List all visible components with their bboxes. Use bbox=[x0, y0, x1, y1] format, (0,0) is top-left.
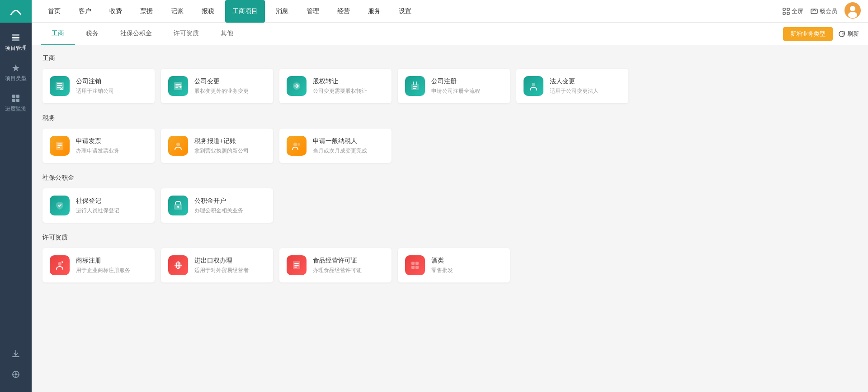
sidebar-item-progress[interactable]: 进度监测 bbox=[0, 88, 32, 118]
nav-manage[interactable]: 管理 bbox=[299, 0, 326, 23]
svg-point-26 bbox=[297, 143, 300, 146]
nav-bookkeeping[interactable]: 记账 bbox=[164, 0, 191, 23]
svg-rect-21 bbox=[411, 84, 419, 90]
nav-operation[interactable]: 经营 bbox=[330, 0, 357, 23]
sidebar-location[interactable] bbox=[0, 364, 32, 385]
nav-service[interactable]: 服务 bbox=[361, 0, 388, 23]
card-desc-1-2: 当月或次月成变更完成 bbox=[313, 147, 367, 155]
refresh-label: 刷新 bbox=[847, 30, 859, 38]
card-text-0-4: 法人变更 适用于公司变更法人 bbox=[550, 77, 599, 95]
card-text-0-2: 股权转让 公司变更需要股权转让 bbox=[313, 77, 367, 95]
svg-rect-12 bbox=[12, 95, 15, 98]
card-desc-2-1: 办理公积金相关业务 bbox=[194, 207, 243, 215]
card-title-2-0: 社保登记 bbox=[76, 197, 119, 205]
card-text-0-1: 公司变更 股权变更外的业务变更 bbox=[194, 77, 249, 95]
content-area: 工商 税务 社保公积金 许可资质 其他 新增业务类型 刷新 工商 bbox=[32, 23, 868, 392]
svg-rect-35 bbox=[411, 266, 415, 269]
card-alcohol[interactable]: 酒类 零售批发 bbox=[398, 248, 510, 282]
card-title-1-0: 申请发票 bbox=[76, 137, 119, 145]
nav-message[interactable]: 消息 bbox=[269, 0, 296, 23]
card-equity-transfer[interactable]: 股权转让 公司变更需要股权转让 bbox=[279, 69, 392, 103]
svg-rect-15 bbox=[16, 99, 19, 102]
new-type-button[interactable]: 新增业务类型 bbox=[783, 27, 833, 41]
card-icon-0-3 bbox=[405, 76, 425, 96]
card-tax-bookkeeping[interactable]: 税务报道+记账 拿到营业执照的新公司 bbox=[161, 129, 273, 163]
section-title-1: 税务 bbox=[42, 114, 857, 122]
card-housing-fund[interactable]: 公积金开户 办理公积金相关业务 bbox=[161, 188, 273, 223]
card-title-2-1: 公积金开户 bbox=[194, 197, 243, 205]
avatar[interactable] bbox=[844, 2, 861, 20]
card-title-3-1: 进出口权办理 bbox=[194, 257, 249, 265]
card-text-0-0: 公司注销 适用于注销公司 bbox=[76, 77, 114, 95]
card-company-cancel[interactable]: 公司注销 适用于注销公司 bbox=[42, 69, 155, 103]
card-icon-0-0 bbox=[50, 76, 70, 96]
card-desc-3-1: 适用于对外贸易经营者 bbox=[194, 267, 249, 274]
card-title-0-3: 公司注册 bbox=[431, 77, 480, 86]
card-invoice[interactable]: 申请发票 办理申请发票业务 bbox=[42, 129, 155, 163]
card-general-taxpayer[interactable]: 申请一般纳税人 当月或次月成变更完成 bbox=[279, 129, 392, 163]
card-grid-1: 申请发票 办理申请发票业务 税务报道+记账 拿到营业执照的新公司 bbox=[42, 129, 857, 163]
svg-point-28 bbox=[177, 206, 179, 208]
card-title-0-2: 股权转让 bbox=[313, 77, 367, 86]
card-text-2-0: 社保登记 进行人员社保登记 bbox=[76, 197, 119, 215]
card-title-1-2: 申请一般纳税人 bbox=[313, 137, 367, 145]
card-import-export[interactable]: 进出口权办理 适用于对外贸易经营者 bbox=[161, 248, 273, 282]
card-icon-2-1 bbox=[168, 196, 188, 215]
tab-xuke[interactable]: 许可资质 bbox=[163, 23, 210, 45]
card-icon-0-2 bbox=[287, 76, 307, 96]
tab-gongshang[interactable]: 工商 bbox=[41, 23, 75, 45]
card-desc-0-3: 申请公司注册全流程 bbox=[431, 87, 480, 95]
card-icon-3-1 bbox=[168, 255, 188, 275]
fullscreen-btn[interactable]: 全屏 bbox=[783, 7, 803, 15]
card-legal-change[interactable]: 法人变更 适用于公司变更法人 bbox=[516, 69, 628, 103]
card-title-0-4: 法人变更 bbox=[550, 77, 599, 86]
card-title-0-1: 公司变更 bbox=[194, 77, 249, 86]
svg-point-29 bbox=[58, 262, 61, 266]
card-company-change[interactable]: 公司变更 股权变更外的业务变更 bbox=[161, 69, 273, 103]
sidebar-label-2: 进度监测 bbox=[5, 105, 27, 113]
refresh-button[interactable]: 刷新 bbox=[838, 30, 859, 38]
card-text-3-3: 酒类 零售批发 bbox=[431, 257, 453, 274]
card-title-3-3: 酒类 bbox=[431, 257, 453, 265]
tab-shuiwu[interactable]: 税务 bbox=[75, 23, 109, 45]
project-type-icon bbox=[11, 63, 21, 73]
nav-tax[interactable]: 报税 bbox=[194, 0, 222, 23]
card-title-3-2: 食品经营许可证 bbox=[313, 257, 362, 265]
card-title-1-1: 税务报道+记账 bbox=[194, 137, 249, 145]
sidebar-item-project-type[interactable]: 项目类型 bbox=[0, 57, 32, 88]
nav-bill[interactable]: 票据 bbox=[133, 0, 160, 23]
card-desc-3-3: 零售批发 bbox=[431, 267, 453, 274]
sidebar-download[interactable] bbox=[0, 343, 32, 364]
svg-point-6 bbox=[850, 6, 855, 11]
section-title-0: 工商 bbox=[42, 54, 857, 62]
section-title-3: 许可资质 bbox=[42, 234, 857, 242]
tab-shebao[interactable]: 社保公积金 bbox=[109, 23, 163, 45]
card-desc-3-0: 用于企业商标注册服务 bbox=[76, 267, 130, 274]
card-food-license[interactable]: 食品经营许可证 办理食品经营许可证 bbox=[279, 248, 392, 282]
svg-rect-9 bbox=[12, 37, 19, 38]
svg-rect-8 bbox=[12, 34, 19, 36]
card-desc-1-1: 拿到营业执照的新公司 bbox=[194, 147, 249, 155]
card-social-security[interactable]: 社保登记 进行人员社保登记 bbox=[42, 188, 155, 223]
vip-btn[interactable]: 畅会员 bbox=[811, 7, 837, 15]
nav-home[interactable]: 首页 bbox=[41, 0, 68, 23]
svg-point-22 bbox=[532, 83, 535, 86]
card-text-2-1: 公积金开户 办理公积金相关业务 bbox=[194, 197, 243, 215]
card-text-1-0: 申请发票 办理申请发票业务 bbox=[76, 137, 119, 155]
scroll-content[interactable]: 工商 公司注销 适用于注销公司 公司变更 bbox=[32, 45, 868, 392]
svg-rect-3 bbox=[787, 12, 789, 14]
nav-settings[interactable]: 设置 bbox=[392, 0, 419, 23]
svg-point-7 bbox=[848, 12, 857, 18]
tab-qita[interactable]: 其他 bbox=[210, 23, 244, 45]
svg-rect-18 bbox=[56, 82, 64, 90]
card-grid-0: 公司注销 适用于注销公司 公司变更 股权变更外的业务变更 bbox=[42, 69, 857, 103]
tab-items: 工商 税务 社保公积金 许可资质 其他 bbox=[41, 23, 783, 45]
svg-marker-11 bbox=[12, 64, 19, 72]
card-company-register[interactable]: 公司注册 申请公司注册全流程 bbox=[398, 69, 510, 103]
nav-business[interactable]: 工商项目 bbox=[225, 0, 265, 23]
card-trademark[interactable]: 商标注册 用于企业商标注册服务 bbox=[42, 248, 155, 282]
nav-fee[interactable]: 收费 bbox=[102, 0, 129, 23]
nav-customer[interactable]: 客户 bbox=[71, 0, 99, 23]
svg-rect-1 bbox=[787, 8, 789, 10]
sidebar-item-project-mgmt[interactable]: 项目管理 bbox=[0, 27, 32, 57]
